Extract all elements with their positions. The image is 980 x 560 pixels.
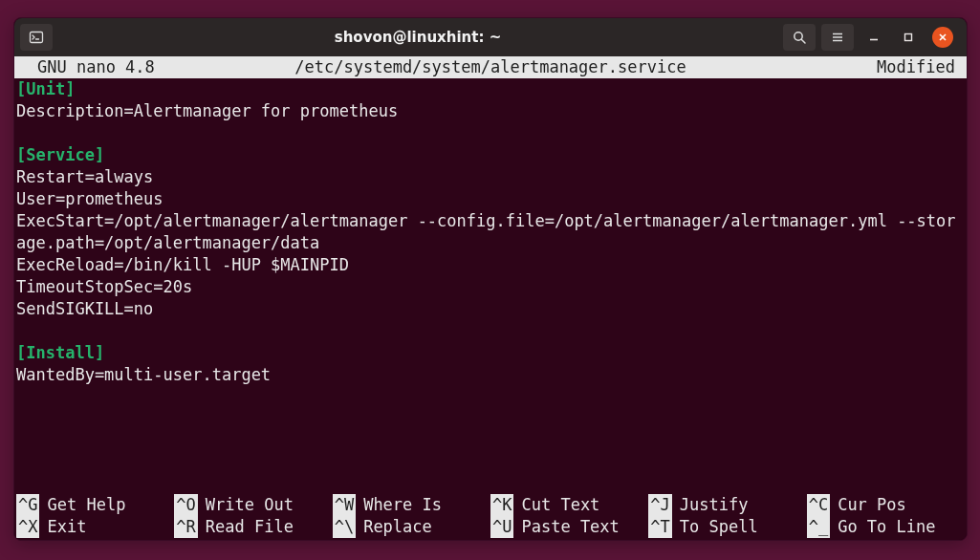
shortcut-label: Where Is bbox=[363, 494, 442, 516]
config-line: ExecStart=/opt/alertmanager/alertmanager… bbox=[16, 210, 965, 254]
shortcut-label: To Spell bbox=[680, 516, 758, 538]
search-button[interactable] bbox=[783, 24, 816, 51]
nano-file-path: /etc/systemd/system/alertmanager.service bbox=[14, 56, 967, 78]
shortcut: ^GGet Help bbox=[16, 494, 174, 516]
shortcut-label: Go To Line bbox=[838, 516, 935, 538]
shortcut-key: ^K bbox=[490, 494, 513, 516]
menu-button[interactable] bbox=[821, 24, 854, 51]
section-header: [Unit] bbox=[16, 78, 965, 100]
shortcut: ^CCur Pos bbox=[807, 494, 965, 516]
shortcut: ^TTo Spell bbox=[648, 516, 806, 538]
new-tab-button[interactable] bbox=[20, 24, 53, 51]
config-line: SendSIGKILL=no bbox=[16, 298, 965, 320]
shortcut-key: ^W bbox=[333, 494, 356, 516]
blank-line bbox=[16, 122, 965, 144]
window-controls bbox=[863, 27, 953, 48]
close-icon bbox=[938, 32, 947, 42]
maximize-icon bbox=[904, 32, 913, 42]
shortcut-key: ^X bbox=[16, 516, 39, 538]
shortcut-key: ^\ bbox=[333, 516, 356, 538]
titlebar: shovon@linuxhint: ~ bbox=[14, 18, 967, 56]
shortcut-key: ^T bbox=[648, 516, 671, 538]
blank-line bbox=[16, 320, 965, 342]
config-line: Restart=always bbox=[16, 166, 965, 188]
maximize-button[interactable] bbox=[898, 27, 919, 48]
terminal-icon bbox=[29, 30, 44, 45]
hamburger-icon bbox=[830, 30, 845, 45]
window-title: shovon@linuxhint: ~ bbox=[58, 29, 777, 46]
shortcut-key: ^U bbox=[490, 516, 513, 538]
shortcut: ^_Go To Line bbox=[807, 516, 965, 538]
shortcut-label: Read File bbox=[206, 516, 294, 538]
config-line: Description=Alertmanager for prometheus bbox=[16, 100, 965, 122]
close-button[interactable] bbox=[932, 27, 953, 48]
shortcut: ^OWrite Out bbox=[174, 494, 332, 516]
shortcut: ^UPaste Text bbox=[490, 516, 648, 538]
shortcut-key: ^J bbox=[648, 494, 671, 516]
search-icon bbox=[792, 30, 807, 45]
config-line: TimeoutStopSec=20s bbox=[16, 276, 965, 298]
terminal-area[interactable]: /etc/systemd/system/alertmanager.service… bbox=[14, 56, 967, 540]
section-header: [Service] bbox=[16, 144, 965, 166]
svg-rect-0 bbox=[31, 32, 43, 43]
config-line: User=prometheus bbox=[16, 188, 965, 210]
shortcut: ^WWhere Is bbox=[333, 494, 490, 516]
config-line: WantedBy=multi-user.target bbox=[16, 364, 965, 386]
shortcut-key: ^R bbox=[174, 516, 197, 538]
shortcut-label: Paste Text bbox=[521, 516, 619, 538]
shortcut-key: ^O bbox=[174, 494, 197, 516]
shortcut: ^JJustify bbox=[648, 494, 806, 516]
shortcut-key: ^C bbox=[807, 494, 830, 516]
section-header: [Install] bbox=[16, 342, 965, 364]
shortcut-label: Replace bbox=[363, 516, 432, 538]
shortcut-label: Justify bbox=[680, 494, 749, 516]
shortcut-label: Exit bbox=[47, 516, 86, 538]
shortcut: ^\Replace bbox=[333, 516, 490, 538]
shortcut-label: Cur Pos bbox=[838, 494, 906, 516]
shortcut-label: Write Out bbox=[206, 494, 294, 516]
svg-rect-7 bbox=[905, 34, 912, 41]
minimize-button[interactable] bbox=[863, 27, 884, 48]
nano-header: /etc/systemd/system/alertmanager.service… bbox=[14, 56, 967, 78]
nano-shortcuts: ^GGet Help^OWrite Out^WWhere Is^KCut Tex… bbox=[14, 494, 967, 540]
config-line: ExecReload=/bin/kill -HUP $MAINPID bbox=[16, 254, 965, 276]
shortcut-key: ^G bbox=[16, 494, 39, 516]
shortcut: ^KCut Text bbox=[490, 494, 648, 516]
shortcut: ^XExit bbox=[16, 516, 174, 538]
minimize-icon bbox=[869, 32, 879, 42]
svg-line-2 bbox=[801, 39, 805, 43]
shortcut: ^RRead File bbox=[174, 516, 332, 538]
shortcut-label: Cut Text bbox=[521, 494, 599, 516]
nano-editor-body[interactable]: [Unit]Description=Alertmanager for prome… bbox=[14, 78, 967, 386]
terminal-window: shovon@linuxhint: ~ /etc/systemd/system/… bbox=[13, 17, 968, 541]
shortcut-label: Get Help bbox=[47, 494, 125, 516]
shortcut-key: ^_ bbox=[807, 516, 830, 538]
